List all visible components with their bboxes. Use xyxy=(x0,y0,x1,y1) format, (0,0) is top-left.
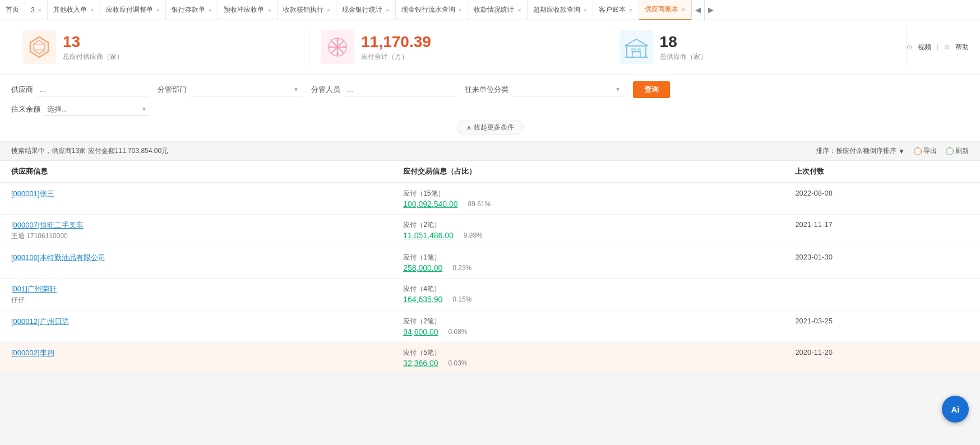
svg-point-16 xyxy=(330,46,332,48)
ap-label: 应付（5笔） xyxy=(403,348,773,358)
close-icon[interactable]: × xyxy=(90,7,94,13)
ap-label: 应付（1笔） xyxy=(403,253,773,262)
nav-tab-home[interactable]: 首页 xyxy=(0,0,25,20)
supplier-info-cell: [000007]恒旺二手叉车王通 17106110000 xyxy=(0,215,392,247)
close-icon[interactable]: × xyxy=(327,7,330,13)
ap-count: （5笔） xyxy=(417,349,441,356)
video-link[interactable]: 视频 xyxy=(918,43,931,52)
last-payment-date: 2023-01-30 xyxy=(795,253,833,261)
nav-tab-bank-deposit[interactable]: 银行存款单 × xyxy=(166,0,218,20)
person-filter-input[interactable] xyxy=(347,85,452,94)
unit-type-input[interactable] xyxy=(515,85,615,94)
supplier-info-cell: [000012]广州贝瑞 xyxy=(0,311,392,342)
dept-filter-input[interactable] xyxy=(193,85,293,94)
supplier-link[interactable]: [000100]本特勤油品有限公司 xyxy=(11,253,105,262)
col-header-ap-info: 应付交易信息（占比） xyxy=(392,161,784,183)
nav-tab-label: 其他收入单 xyxy=(53,5,87,15)
stat-ap-total: 11,170.39 应付合计（万） xyxy=(309,26,608,68)
supplier-link[interactable]: [000002]李四 xyxy=(11,349,54,357)
close-icon[interactable]: × xyxy=(209,7,212,13)
summary-bar: 搜索结果中，供应商13家 应付金额111,703,854.00元 排序：按应付余… xyxy=(0,142,980,161)
unit-type-wrap[interactable]: ▼ xyxy=(512,83,624,96)
chevron-down-icon: ▼ xyxy=(898,147,905,155)
nav-tab-other-income[interactable]: 其他收入单 × xyxy=(48,0,100,20)
close-icon[interactable]: × xyxy=(517,7,521,13)
supplier-info-cell: [001]广州荣轩仔仔 xyxy=(0,279,392,311)
ap-info-cell: 应付（5笔）32,366.000.03% xyxy=(392,342,784,374)
diamond-icon xyxy=(22,30,56,64)
nav-tab-collection-stat[interactable]: 收款情况统计 × xyxy=(468,0,527,20)
ap-text-label: 应付 xyxy=(403,189,417,197)
close-icon[interactable]: × xyxy=(267,7,271,13)
refresh-button[interactable]: 刷新 xyxy=(946,146,969,156)
svg-line-7 xyxy=(39,50,45,54)
ap-info-cell: 应付（1笔）258,000.000.23% xyxy=(392,247,784,279)
filter-balance: 往来余额 ▼ xyxy=(11,103,150,116)
stat-total-suppliers: 18 总供应商（家） xyxy=(608,26,907,68)
close-icon[interactable]: × xyxy=(629,7,632,13)
svg-point-15 xyxy=(336,53,339,55)
svg-line-6 xyxy=(34,50,39,54)
last-payment-cell: 2021-11-17 xyxy=(784,215,980,247)
ap-amount[interactable]: 94,600.00 xyxy=(403,327,438,336)
supplier-link[interactable]: [001]广州荣轩 xyxy=(11,285,57,293)
nav-tab-supplier-account[interactable]: 供应商账本 × xyxy=(639,0,691,20)
ap-info-cell: 应付（4笔）164,635.900.15% xyxy=(392,279,784,311)
supplier-filter-input-wrap[interactable] xyxy=(36,83,149,96)
col-header-supplier: 供应商信息 xyxy=(0,161,392,183)
balance-input[interactable] xyxy=(47,105,141,113)
nav-tab-customer-account[interactable]: 客户账本 × xyxy=(593,0,639,20)
nav-tab-label: 收款情况统计 xyxy=(474,5,514,15)
help-link[interactable]: 帮助 xyxy=(955,43,969,52)
nav-tab-cash-flow[interactable]: 现金银行流水查询 × xyxy=(396,0,468,20)
ap-amount[interactable]: 100,092,540.00 xyxy=(403,200,457,208)
ap-amount[interactable]: 258,000.00 xyxy=(403,263,442,272)
supplier-filter-input[interactable] xyxy=(40,85,145,94)
export-label: 导出 xyxy=(923,146,937,156)
unit-type-label: 往来单位分类 xyxy=(465,85,509,95)
balance-wrap[interactable]: ▼ xyxy=(44,103,150,116)
filter-row-1: 供应商 分管部门 ▼ 分管人员 往来单位分类 ▼ xyxy=(11,81,969,98)
close-icon[interactable]: × xyxy=(459,7,462,13)
nav-tab-3[interactable]: 3 × xyxy=(25,0,48,20)
nav-tab-advance[interactable]: 预收冲应收单 × xyxy=(218,0,277,20)
nav-arrow-right[interactable]: ▶ xyxy=(704,0,717,20)
nav-tab-collection-verify[interactable]: 收款核销执行 × xyxy=(278,0,336,20)
ap-count: （2笔） xyxy=(417,317,441,325)
supplier-link[interactable]: [000012]广州贝瑞 xyxy=(11,317,69,326)
filter-supplier: 供应商 xyxy=(11,83,149,96)
ap-amount[interactable]: 32,366.00 xyxy=(403,359,438,368)
supplier-link[interactable]: [000001]张三 xyxy=(11,189,54,198)
ap-amount[interactable]: 164,635.90 xyxy=(403,295,442,304)
close-icon[interactable]: × xyxy=(38,7,41,13)
nav-tab-ap-adjust[interactable]: 应收应付调整单 × xyxy=(100,0,166,20)
sort-label: 排序：按应付余额倒序排序 xyxy=(816,146,896,156)
ap-count: （4笔） xyxy=(417,285,441,293)
stats-bar: 13 总应付供应商（家） 11,170.39 应付合计（万） xyxy=(0,20,980,75)
stat2-text: 11,170.39 应付合计（万） xyxy=(361,33,431,62)
nav-tab-cash-bank-stat[interactable]: 现金银行统计 × xyxy=(336,0,395,20)
search-button[interactable]: 查询 xyxy=(633,81,670,98)
ap-percent: 0.23% xyxy=(452,264,471,272)
nav-tab-label: 现金银行统计 xyxy=(342,5,382,15)
close-icon[interactable]: × xyxy=(386,7,389,13)
stat2-label: 应付合计（万） xyxy=(361,52,431,62)
export-button[interactable]: 导出 xyxy=(914,146,937,156)
sort-select[interactable]: 排序：按应付余额倒序排序 ▼ xyxy=(816,146,905,156)
filter-unit-type: 往来单位分类 ▼ xyxy=(465,83,624,96)
nav-arrow-left[interactable]: ◀ xyxy=(691,0,704,20)
dept-filter-wrap[interactable]: ▼ xyxy=(190,83,302,96)
ap-amount[interactable]: 11,051,486.00 xyxy=(403,231,454,240)
person-filter-wrap[interactable] xyxy=(344,83,456,96)
supplier-link[interactable]: [000007]恒旺二手叉车 xyxy=(11,221,84,229)
close-icon[interactable]: × xyxy=(156,7,160,13)
close-icon[interactable]: × xyxy=(584,7,587,13)
stat3-text: 18 总供应商（家） xyxy=(660,33,707,62)
nav-tab-overdue[interactable]: 超期应收款查询 × xyxy=(528,0,593,20)
close-icon[interactable]: × xyxy=(682,6,685,13)
summary-right: 排序：按应付余额倒序排序 ▼ 导出 刷新 xyxy=(816,146,969,156)
col-header-last-payment: 上次付数 xyxy=(784,161,980,183)
stat1-text: 13 总应付供应商（家） xyxy=(63,33,123,62)
collapse-filters-button[interactable]: ∧ 收起更多条件 xyxy=(457,120,524,135)
svg-point-14 xyxy=(336,39,339,41)
